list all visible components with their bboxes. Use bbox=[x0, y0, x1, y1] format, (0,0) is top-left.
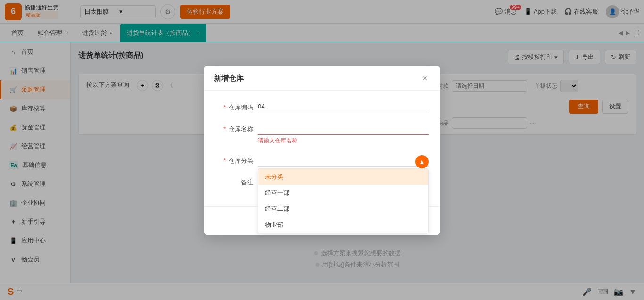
dropdown-item-1[interactable]: 经营一部 bbox=[258, 185, 428, 201]
code-label: * 仓库编码 bbox=[215, 100, 253, 112]
warehouse-code-input[interactable] bbox=[258, 100, 429, 113]
dropdown-item-2[interactable]: 经营二部 bbox=[258, 201, 428, 217]
name-label: * 仓库名称 bbox=[215, 122, 253, 133]
add-warehouse-dialog: 新增仓库 × * 仓库编码 * 仓库名称 请输入仓库名称 bbox=[204, 66, 440, 235]
dropdown-item-0[interactable]: 未分类 bbox=[258, 169, 428, 185]
remark-label: 备注 bbox=[215, 175, 253, 187]
form-row-name: * 仓库名称 请输入仓库名称 bbox=[215, 122, 429, 145]
modal-overlay[interactable]: 新增仓库 × * 仓库编码 * 仓库名称 请输入仓库名称 bbox=[0, 0, 644, 300]
warehouse-name-input[interactable] bbox=[258, 122, 429, 135]
category-dropdown: 未分类 经营一部 经营二部 物业部 bbox=[258, 168, 429, 233]
category-up-icon[interactable]: ▲ bbox=[415, 155, 429, 168]
category-input[interactable] bbox=[258, 153, 429, 167]
form-row-code: * 仓库编码 bbox=[215, 100, 429, 113]
form-row-category: * 仓库分类 ▲ 未分类 经营一部 经营二部 物业部 bbox=[215, 153, 429, 167]
dialog-body: * 仓库编码 * 仓库名称 请输入仓库名称 * bbox=[204, 91, 440, 206]
dropdown-item-3[interactable]: 物业部 bbox=[258, 217, 428, 233]
dialog-close-btn[interactable]: × bbox=[419, 73, 430, 84]
dialog-header: 新增仓库 × bbox=[204, 66, 440, 91]
category-label: * 仓库分类 bbox=[215, 153, 253, 165]
dialog-title: 新增仓库 bbox=[214, 74, 244, 83]
name-error-msg: 请输入仓库名称 bbox=[258, 137, 429, 145]
